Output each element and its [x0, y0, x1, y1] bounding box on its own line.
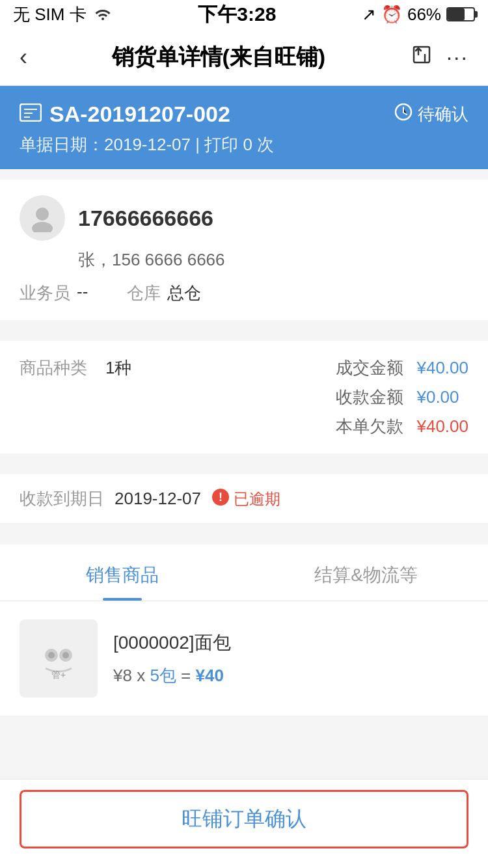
- order-header-card: SA-20191207-002 待确认 单据日期：2019-12-07 | 打印…: [0, 86, 488, 169]
- svg-point-7: [32, 222, 53, 232]
- product-info: [0000002]面包 ¥8 x 5包 = ¥40: [113, 631, 468, 687]
- order-number: SA-20191207-002: [20, 102, 230, 127]
- svg-text:管+: 管+: [51, 670, 66, 680]
- payment-label: 收款金额: [336, 386, 403, 409]
- overdue-badge: ! 已逾期: [211, 488, 280, 510]
- customer-row: 17666666666: [20, 195, 468, 241]
- overdue-text: 已逾期: [234, 489, 280, 509]
- battery-icon: [446, 7, 475, 21]
- back-button[interactable]: ‹: [20, 44, 27, 71]
- product-price: ¥8 x 5包 = ¥40: [113, 664, 468, 687]
- stats-left: 商品种类 1种: [20, 357, 131, 379]
- warehouse-value: 总仓: [167, 282, 201, 305]
- due-label: 收款到期日: [20, 487, 104, 510]
- nav-right: ···: [410, 43, 468, 71]
- order-status: 待确认: [394, 103, 468, 126]
- price-total: ¥40: [195, 666, 223, 685]
- carrier-text: 无 SIM 卡: [13, 3, 87, 26]
- location-icon: ↗: [362, 5, 376, 25]
- confirm-order-button[interactable]: 旺铺订单确认: [20, 790, 468, 848]
- stats-section: 商品种类 1种 成交金额 ¥40.00 收款金额 ¥0.00 本单欠款 ¥40.…: [0, 341, 488, 454]
- svg-text:!: !: [219, 491, 223, 504]
- customer-section: 17666666666 张，156 6666 6666 业务员 -- 仓库 总仓: [0, 180, 488, 320]
- price-qty: 5包: [150, 666, 176, 685]
- due-date-value: 2019-12-07: [115, 489, 201, 509]
- bottom-bar: 旺铺订单确认: [0, 779, 488, 868]
- warehouse-meta: 仓库 总仓: [127, 282, 201, 305]
- price-unit: ¥8 x: [113, 666, 150, 685]
- owed-row: 本单欠款 ¥40.00: [336, 415, 468, 438]
- status-right: ↗ ⏰ 66%: [362, 5, 475, 25]
- stats-right: 成交金额 ¥40.00 收款金额 ¥0.00 本单欠款 ¥40.00: [336, 357, 468, 438]
- svg-point-12: [48, 652, 55, 658]
- order-header-row: SA-20191207-002 待确认: [20, 102, 468, 127]
- avatar: [20, 195, 65, 241]
- svg-point-13: [62, 652, 69, 658]
- customer-name: 张，156 6666 6666: [78, 249, 468, 271]
- due-section: 收款到期日 2019-12-07 ! 已逾期: [0, 474, 488, 524]
- customer-phone: 17666666666: [78, 206, 213, 231]
- transaction-value: ¥40.00: [416, 358, 468, 378]
- product-item: 管+ [0000002]面包 ¥8 x 5包 = ¥40: [0, 601, 488, 716]
- clock-icon: [394, 103, 413, 126]
- payment-row: 收款金额 ¥0.00: [336, 386, 468, 409]
- nav-bar: ‹ 销货单详情(来自旺铺) ···: [0, 29, 488, 86]
- owed-label: 本单欠款: [336, 415, 403, 438]
- price-eq: =: [176, 666, 196, 685]
- salesperson-label: 业务员: [20, 282, 70, 305]
- battery-text: 66%: [407, 5, 441, 25]
- wifi-icon: [93, 5, 113, 25]
- product-types-label: 商品种类: [20, 357, 87, 379]
- order-icon: [20, 102, 42, 127]
- owed-value: ¥40.00: [416, 416, 468, 437]
- transaction-label: 成交金额: [336, 357, 403, 379]
- product-thumbnail: 管+: [20, 619, 98, 698]
- product-name: [0000002]面包: [113, 631, 468, 655]
- nav-left: ‹: [20, 44, 27, 71]
- product-section: 管+ [0000002]面包 ¥8 x 5包 = ¥40: [0, 601, 488, 716]
- customer-meta: 业务员 -- 仓库 总仓: [20, 282, 468, 305]
- more-icon[interactable]: ···: [446, 44, 468, 70]
- overdue-warning-icon: !: [211, 488, 230, 510]
- tab-settlement-logistics[interactable]: 结算&物流等: [244, 545, 488, 601]
- status-bar: 无 SIM 卡 下午3:28 ↗ ⏰ 66%: [0, 0, 488, 29]
- tab-sales-products[interactable]: 销售商品: [0, 545, 244, 601]
- divider-3: [0, 524, 488, 534]
- svg-rect-0: [414, 47, 429, 62]
- tabs-section: 销售商品 结算&物流等: [0, 545, 488, 601]
- status-time: 下午3:28: [198, 1, 276, 28]
- status-left: 无 SIM 卡: [13, 3, 113, 26]
- transaction-row: 成交金额 ¥40.00: [336, 357, 468, 379]
- svg-point-6: [36, 208, 49, 221]
- payment-value: ¥0.00: [416, 387, 459, 407]
- product-types-value: 1种: [105, 357, 131, 379]
- page-title: 销货单详情(来自旺铺): [112, 42, 326, 72]
- warehouse-label: 仓库: [127, 282, 161, 305]
- order-date: 单据日期：2019-12-07 | 打印 0 次: [20, 133, 468, 156]
- divider-1: [0, 320, 488, 331]
- divider-2: [0, 454, 488, 464]
- salesperson-value: --: [77, 282, 88, 305]
- alarm-icon: ⏰: [381, 5, 402, 25]
- salesperson-meta: 业务员 --: [20, 282, 88, 305]
- share-icon[interactable]: [410, 43, 433, 71]
